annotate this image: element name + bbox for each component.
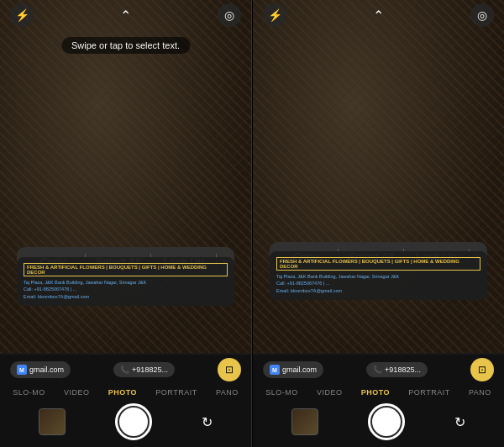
settings-icon-left: ◎ — [224, 8, 234, 22]
thumbnail-right[interactable] — [291, 408, 318, 435]
highlight-body-right: Taj Plaza, J&K Bank Building, Jawahar Na… — [276, 273, 480, 295]
chevron-up-right[interactable]: ⌃ — [373, 8, 384, 24]
phone-label-left: +918825... — [132, 365, 168, 374]
highlight-line1-right: Taj Plaza, J&K Bank Building, Jawahar Na… — [276, 274, 399, 279]
shutter-button-left[interactable] — [115, 403, 152, 440]
shutter-inner-right — [372, 408, 401, 436]
phone-badge-right[interactable]: 📞 +918825... — [366, 362, 428, 377]
mode-slomo-right[interactable]: SLO-MO — [265, 388, 298, 397]
chevron-up-left[interactable]: ⌃ — [120, 8, 131, 24]
highlight-body-left: Taj Plaza, J&K Bank Building, Jawahar Na… — [24, 279, 228, 301]
mode-slomo-left[interactable]: SLO-MO — [13, 388, 45, 397]
right-panel: ⚡ ⌃ ◎ Copy Select All Look Up › FRESH & … — [252, 0, 504, 447]
gmail-icon-left: M — [17, 365, 27, 375]
flash-button-right[interactable]: ⚡ — [263, 3, 286, 27]
highlight-box-left: FRESH & ARTIFICIAL FLOWERS | BOUQUETS | … — [17, 257, 234, 306]
flash-button-left[interactable]: ⚡ — [10, 3, 34, 27]
settings-button-right[interactable]: ◎ — [470, 3, 494, 27]
gmail-badge-right[interactable]: M gmail.com — [263, 361, 323, 378]
settings-icon-right: ◎ — [477, 8, 487, 22]
flash-icon-right: ⚡ — [268, 8, 282, 22]
mode-photo-right[interactable]: PHOTO — [361, 388, 390, 397]
camera-controls-right: ↻ — [253, 400, 504, 447]
gmail-icon-right: M — [270, 365, 280, 375]
highlight-line2-left: Call: +91-8825067476 | ... — [24, 287, 76, 292]
flip-camera-icon-left[interactable]: ↻ — [202, 414, 213, 430]
top-bar-left: ⚡ ⌃ ◎ — [0, 0, 251, 30]
highlight-line2-right: Call: +91-8825067476 | ... — [276, 281, 329, 286]
live-text-badge-left[interactable]: ⊡ — [218, 358, 241, 381]
live-text-icon-right: ⊡ — [478, 364, 486, 376]
flash-icon-left: ⚡ — [15, 8, 29, 22]
settings-button-left[interactable]: ◎ — [218, 3, 241, 27]
gmail-label-left: gmail.com — [29, 365, 64, 374]
thumbnail-left[interactable] — [39, 408, 66, 435]
camera-view-right — [253, 0, 504, 353]
mode-portrait-right[interactable]: PORTRAIT — [408, 388, 449, 397]
left-panel: ⚡ ⌃ ◎ Swipe or tap to select text. Copy … — [0, 0, 252, 447]
top-bar-right: ⚡ ⌃ ◎ — [253, 0, 504, 30]
camera-controls-left: ↻ — [0, 400, 251, 447]
mode-video-left[interactable]: VIDEO — [64, 388, 90, 397]
live-text-badge-right[interactable]: ⊡ — [470, 358, 494, 381]
highlight-box-right: FRESH & ARTIFICIAL FLOWERS | BOUQUETS | … — [270, 251, 487, 300]
bottom-bar-left: M gmail.com 📞 +918825... ⊡ SLO-MO VIDEO … — [0, 355, 251, 447]
mode-pano-right[interactable]: PANO — [469, 388, 491, 397]
mode-photo-left[interactable]: PHOTO — [108, 388, 137, 397]
highlight-header-left: FRESH & ARTIFICIAL FLOWERS | BOUQUETS | … — [24, 263, 228, 276]
mode-video-right[interactable]: VIDEO — [317, 388, 343, 397]
bottom-bar-right: M gmail.com 📞 +918825... ⊡ SLO-MO VIDEO … — [253, 355, 504, 447]
mode-pano-left[interactable]: PANO — [216, 388, 239, 397]
highlight-line3-left: Email: bloombox7A@gmail.com — [24, 294, 89, 299]
flip-camera-icon-right[interactable]: ↻ — [454, 414, 465, 430]
highlight-line1-left: Taj Plaza, J&K Bank Building, Jawahar Na… — [24, 280, 146, 285]
live-text-icon-left: ⊡ — [225, 364, 234, 376]
gmail-badge-left[interactable]: M gmail.com — [10, 361, 71, 378]
mode-portrait-left[interactable]: PORTRAIT — [155, 388, 197, 397]
phone-icon-left: 📞 — [120, 365, 129, 374]
highlight-line3-right: Email: bloombox7A@gmail.com — [276, 288, 342, 293]
phone-badge-left[interactable]: 📞 +918825... — [113, 362, 175, 377]
shutter-button-right[interactable] — [368, 403, 405, 440]
camera-modes-right: SLO-MO VIDEO PHOTO PORTRAIT PANO — [253, 381, 504, 400]
phone-label-right: +918825... — [385, 365, 421, 374]
phone-icon-right: 📞 — [373, 365, 382, 374]
highlight-header-right: FRESH & ARTIFICIAL FLOWERS | BOUQUETS | … — [276, 257, 480, 271]
shutter-inner-left — [119, 408, 148, 436]
camera-modes-left: SLO-MO VIDEO PHOTO PORTRAIT PANO — [0, 381, 251, 400]
swipe-hint-left: Swipe or tap to select text. — [61, 37, 190, 54]
gmail-label-right: gmail.com — [282, 365, 317, 374]
